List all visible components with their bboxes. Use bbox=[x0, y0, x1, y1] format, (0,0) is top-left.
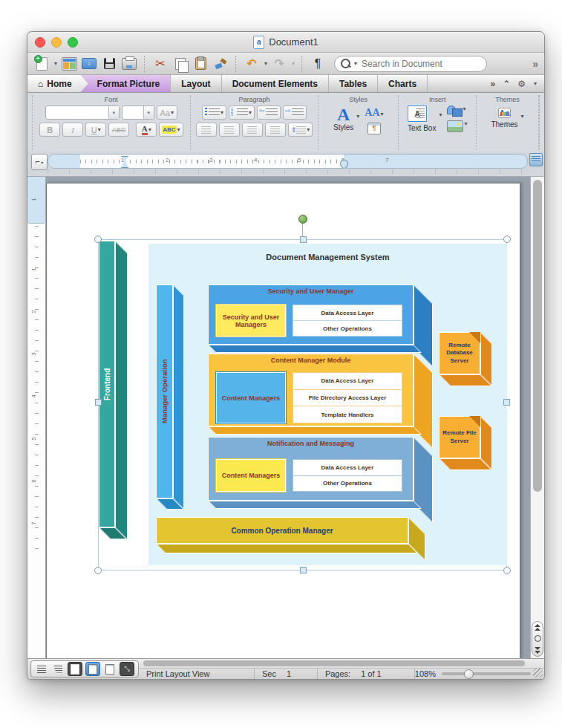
previous-page-button[interactable] bbox=[535, 624, 540, 631]
print-layout-button[interactable] bbox=[85, 662, 100, 676]
new-document-dropdown[interactable]: ▾ bbox=[54, 60, 57, 67]
font-color-button[interactable]: A▾ bbox=[136, 123, 157, 137]
ribbon-settings-gear-icon[interactable]: ⚙ bbox=[517, 79, 526, 89]
ruler-number: 4 bbox=[254, 157, 257, 163]
resize-handle-se[interactable] bbox=[503, 567, 511, 574]
zoom-slider-knob[interactable] bbox=[464, 669, 474, 679]
font-name-combobox[interactable]: ▾ bbox=[45, 105, 120, 120]
decrease-indent-button[interactable] bbox=[257, 105, 281, 120]
underline-button[interactable]: U▾ bbox=[85, 123, 106, 137]
resize-handle-sw[interactable] bbox=[94, 567, 102, 574]
select-browse-object-button[interactable] bbox=[535, 635, 541, 642]
horizontal-scrollbar-thumb[interactable] bbox=[143, 660, 525, 666]
pages-status[interactable]: Pages: 1 of 1 bbox=[318, 669, 415, 679]
align-left-button[interactable] bbox=[196, 123, 217, 137]
tab-stop-selector[interactable]: ⌐▾ bbox=[31, 154, 48, 170]
new-document-button[interactable]: + bbox=[33, 56, 50, 72]
bullet-list-icon bbox=[209, 108, 220, 117]
ribbon-group-insert: Insert A Text Box ▾ ▾ ▾ bbox=[399, 95, 477, 150]
ribbon-settings-dropdown[interactable]: ▾ bbox=[534, 80, 537, 87]
undo-button[interactable]: ↶ bbox=[244, 56, 260, 72]
resize-handle-w[interactable] bbox=[95, 399, 102, 406]
resize-handle-n[interactable] bbox=[300, 236, 307, 243]
picture-button[interactable]: ▾ bbox=[447, 120, 467, 132]
save-button[interactable] bbox=[101, 56, 117, 72]
split-window-handle[interactable] bbox=[529, 153, 543, 166]
themes-dropdown[interactable]: ▾ bbox=[521, 113, 524, 120]
vertical-scrollbar-thumb[interactable] bbox=[533, 180, 542, 492]
print-button[interactable] bbox=[121, 56, 137, 72]
search-options-dropdown[interactable]: ▾ bbox=[354, 60, 357, 67]
notebook-layout-button[interactable] bbox=[103, 663, 117, 675]
undo-dropdown[interactable]: ▾ bbox=[264, 60, 267, 67]
tab-format-picture[interactable]: Format Picture bbox=[81, 75, 171, 92]
format-painter-button[interactable] bbox=[212, 56, 229, 72]
tab-document-elements[interactable]: Document Elements bbox=[222, 75, 329, 92]
horizontal-scrollbar[interactable] bbox=[139, 659, 544, 668]
shapes-button[interactable]: ▾ bbox=[447, 105, 467, 116]
resize-handle-nw[interactable] bbox=[94, 235, 102, 243]
tab-tables[interactable]: Tables bbox=[329, 75, 378, 92]
window-resize-grip[interactable] bbox=[533, 668, 543, 677]
chevron-down-icon[interactable]: ▾ bbox=[108, 106, 119, 119]
italic-button[interactable]: I bbox=[62, 123, 83, 137]
vertical-ruler[interactable]: 1 1 2 3 4 5 6 7 bbox=[27, 177, 46, 658]
themes-button[interactable]: Aa Themes bbox=[491, 105, 517, 129]
rotation-handle[interactable] bbox=[298, 215, 307, 224]
grow-shrink-font-button[interactable]: Aa▾ bbox=[157, 105, 177, 120]
frontend-label: Frontend bbox=[99, 241, 114, 527]
section-status[interactable]: Sec 1 bbox=[255, 669, 318, 679]
resize-handle-e[interactable] bbox=[503, 399, 510, 406]
open-button[interactable]: ↓ bbox=[81, 56, 97, 72]
focus-view-icon: ⤡ bbox=[124, 665, 129, 673]
font-size-combobox[interactable]: ▾ bbox=[122, 105, 154, 120]
tab-layout[interactable]: Layout bbox=[171, 75, 221, 92]
align-center-button[interactable] bbox=[219, 123, 240, 137]
strikethrough-button[interactable]: ABC bbox=[108, 123, 129, 137]
resize-handle-s[interactable] bbox=[300, 567, 307, 573]
title-bar[interactable]: a Document1 bbox=[27, 32, 544, 53]
diagram-picture[interactable]: Document Management System Frontend Mana… bbox=[98, 239, 507, 571]
styles-pane-button[interactable]: ¶ bbox=[367, 123, 381, 134]
horizontal-ruler[interactable]: 1 2 3 4 5 6 7 bbox=[48, 154, 528, 169]
copy-button[interactable] bbox=[172, 56, 189, 72]
tab-charts[interactable]: Charts bbox=[378, 75, 428, 92]
styles-button[interactable]: A Styles bbox=[333, 105, 353, 131]
align-right-button[interactable] bbox=[242, 123, 263, 137]
zoom-slider[interactable] bbox=[442, 672, 531, 675]
document-page[interactable]: Document Management System Frontend Mana… bbox=[46, 183, 520, 658]
numbered-list-icon bbox=[237, 108, 248, 117]
resize-handle-ne[interactable] bbox=[503, 235, 511, 243]
paste-button[interactable] bbox=[192, 56, 209, 72]
show-formatting-button[interactable]: ¶ bbox=[310, 56, 326, 72]
justify-button[interactable] bbox=[265, 123, 286, 137]
increase-indent-button[interactable] bbox=[283, 105, 307, 120]
elements-gallery-button[interactable] bbox=[61, 56, 77, 72]
cut-button[interactable]: ✂ bbox=[152, 56, 169, 72]
toolbar-overflow-button[interactable]: » bbox=[532, 58, 538, 70]
publishing-layout-button[interactable] bbox=[68, 662, 82, 676]
view-status[interactable]: Print Layout View bbox=[139, 669, 255, 679]
styles-dropdown[interactable]: ▾ bbox=[356, 113, 359, 120]
search-input[interactable] bbox=[360, 58, 460, 70]
text-effects-button[interactable]: AA▾ bbox=[365, 105, 383, 119]
text-box-button[interactable]: A Text Box bbox=[408, 105, 436, 132]
chevron-down-icon[interactable]: ▾ bbox=[143, 106, 154, 119]
bold-button[interactable]: B bbox=[39, 123, 60, 137]
bullets-button[interactable]: ▾ bbox=[202, 105, 226, 120]
tab-home[interactable]: ⌂ Home bbox=[27, 75, 88, 92]
vertical-scrollbar[interactable] bbox=[530, 177, 544, 658]
next-page-button[interactable] bbox=[535, 647, 540, 654]
numbering-button[interactable]: ▾ bbox=[229, 105, 255, 120]
search-field[interactable]: ▾ bbox=[334, 56, 487, 72]
draft-view-button[interactable] bbox=[35, 663, 48, 675]
focus-view-button[interactable]: ⤡ bbox=[120, 662, 134, 676]
tabs-overflow-button[interactable]: » bbox=[490, 79, 495, 89]
redo-dropdown[interactable]: ▾ bbox=[292, 60, 295, 67]
outline-view-button[interactable] bbox=[51, 663, 65, 675]
line-spacing-button[interactable]: ⇕▾ bbox=[288, 123, 313, 137]
highlight-button[interactable]: ABC▾ bbox=[159, 123, 183, 137]
text-box-dropdown[interactable]: ▾ bbox=[439, 111, 442, 118]
collapse-ribbon-button[interactable]: ⌃ bbox=[503, 79, 510, 89]
redo-button[interactable]: ↷ bbox=[271, 56, 287, 72]
